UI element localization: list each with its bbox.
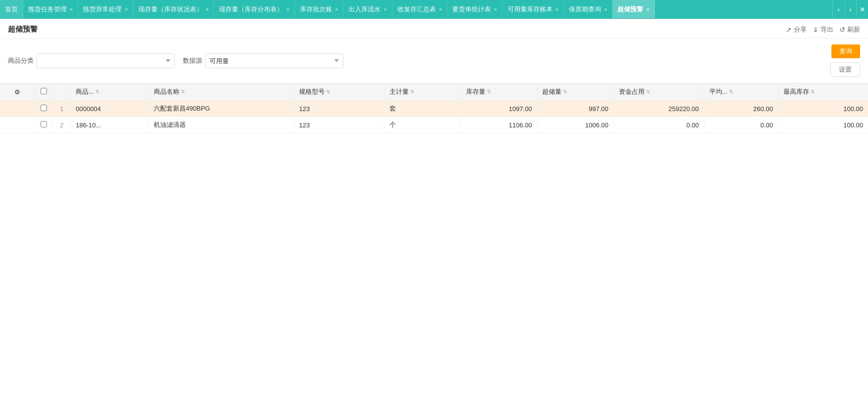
nav-tab-order-stat[interactable]: 要货单统计表 × [447, 0, 502, 19]
nav-arrow-right[interactable]: › [844, 0, 856, 19]
nav-tab-collect-close[interactable]: × [439, 6, 442, 12]
nav-tab-abnormal-label: 拣货异常处理 [83, 5, 122, 14]
nav-tab-home[interactable]: 首页 [0, 0, 23, 19]
nav-tab-abnormal-close[interactable]: × [125, 6, 128, 12]
nav-tab-order-stat-close[interactable]: × [494, 6, 497, 12]
sort-inventory-icon: ⇅ [487, 89, 491, 94]
row-checkbox[interactable] [41, 121, 47, 127]
nav-tab-avail-ledger[interactable]: 可用量库存账本 × [503, 0, 564, 19]
nav-tab-overstock[interactable]: 超储预警 × [612, 0, 654, 19]
select-all-checkbox[interactable] [41, 88, 47, 94]
gear-icon[interactable]: ⚙ [14, 88, 20, 96]
table-row: 1 0000004 六配套新昌490BPG 123 套 1097.00 997.… [0, 101, 868, 117]
sort-capital-icon: ⇅ [646, 89, 650, 94]
sort-capital[interactable]: 资金占用 ⇅ [619, 87, 650, 96]
share-button[interactable]: ➚ 分享 [786, 25, 807, 34]
col-unit-label: 主计量 [390, 87, 409, 96]
sort-product-code[interactable]: 商品... ⇅ [76, 87, 99, 96]
sort-spec[interactable]: 规格型号 ⇅ [299, 87, 330, 96]
row-avg: 0.00 [704, 117, 778, 133]
export-icon: ⇓ [813, 26, 819, 34]
nav-tab-inout-flow-label: 出入库流水 [348, 5, 381, 14]
nav-tab-inout-flow-close[interactable]: × [384, 6, 387, 12]
nav-tab-batch[interactable]: 库存批次账 × [295, 0, 344, 19]
page-header: 超储预警 ➚ 分享 ⇓ 导出 ↺ 刷新 [0, 19, 868, 39]
row-product-code: 0000004 [71, 101, 149, 117]
nav-tab-quality[interactable]: 保质期查询 × [564, 0, 612, 19]
sort-product-code-icon: ⇅ [95, 89, 99, 94]
nav-tab-task-mgmt-label: 拣货任务管理 [28, 5, 67, 14]
overstock-table: ⚙ 商品... ⇅ 商品名称 [0, 83, 868, 133]
col-num [53, 83, 71, 101]
row-overstock: 1006.00 [537, 117, 614, 133]
sort-spec-icon: ⇅ [326, 89, 330, 94]
nav-tab-inventory-dist[interactable]: 现存量（库存分布表） × [214, 0, 295, 19]
row-checkbox[interactable] [41, 105, 47, 111]
col-max-inventory: 最高库存 ⇅ [778, 83, 868, 101]
col-max-inventory-label: 最高库存 [783, 87, 809, 96]
nav-tab-inventory-dist-close[interactable]: × [286, 6, 289, 12]
nav-tab-inventory-status-label: 现存量（库存状况表） [138, 5, 203, 14]
col-avg-label: 平均... [709, 87, 728, 96]
nav-tab-task-mgmt-close[interactable]: × [70, 6, 73, 12]
refresh-button[interactable]: ↺ 刷新 [839, 25, 860, 34]
nav-tab-overstock-label: 超储预警 [617, 5, 643, 14]
nav-tab-inventory-status[interactable]: 现存量（库存状况表） × [133, 0, 214, 19]
nav-tab-collect-label: 收发存汇总表 [397, 5, 436, 14]
export-button[interactable]: ⇓ 导出 [813, 25, 833, 34]
nav-tab-inventory-status-close[interactable]: × [206, 6, 209, 12]
category-select[interactable] [37, 53, 175, 68]
row-spec: 123 [294, 101, 385, 117]
row-inventory: 1097.00 [461, 101, 537, 117]
nav-tab-batch-close[interactable]: × [335, 6, 338, 12]
settings-button[interactable]: 设置 [830, 62, 860, 77]
row-overstock: 997.00 [537, 101, 614, 117]
col-product-code: 商品... ⇅ [71, 83, 149, 101]
col-select-all [35, 83, 53, 101]
col-unit: 主计量 ⇅ [384, 83, 461, 101]
nav-tab-overstock-close[interactable]: × [646, 6, 649, 12]
nav-tab-task-mgmt[interactable]: 拣货任务管理 × [23, 0, 78, 19]
filter-bar: 商品分类 数据源 可用量 库存量 查询 设置 [0, 39, 868, 83]
row-product-code: 186-10... [71, 117, 149, 133]
sort-avg[interactable]: 平均... ⇅ [709, 87, 733, 96]
row-capital: 0.00 [613, 117, 704, 133]
nav-tab-collect[interactable]: 收发存汇总表 × [392, 0, 447, 19]
sort-unit[interactable]: 主计量 ⇅ [390, 87, 414, 96]
nav-tab-quality-close[interactable]: × [604, 6, 607, 12]
col-spec: 规格型号 ⇅ [294, 83, 385, 101]
header-row: ⚙ 商品... ⇅ 商品名称 [0, 83, 868, 101]
filter-category: 商品分类 [8, 53, 175, 68]
sort-inventory[interactable]: 库存量 ⇅ [466, 87, 491, 96]
page-title: 超储预警 [8, 25, 38, 34]
refresh-label: 刷新 [847, 25, 860, 34]
row-capital: 259220.00 [613, 101, 704, 117]
nav-tab-abnormal[interactable]: 拣货异常处理 × [78, 0, 133, 19]
nav-tab-inout-flow[interactable]: 出入库流水 × [344, 0, 392, 19]
datasource-select[interactable]: 可用量 库存量 [205, 53, 344, 68]
query-button[interactable]: 查询 [831, 44, 860, 58]
nav-tab-avail-ledger-close[interactable]: × [556, 6, 559, 12]
col-gear: ⚙ [0, 83, 35, 101]
col-inventory-label: 库存量 [466, 87, 485, 96]
nav-arrow-more[interactable]: ✕ [856, 0, 868, 19]
sort-product-name[interactable]: 商品名称 ⇅ [154, 87, 185, 96]
col-capital: 资金占用 ⇅ [613, 83, 704, 101]
filter-buttons: 查询 设置 [830, 44, 860, 77]
col-product-name: 商品名称 ⇅ [148, 83, 294, 101]
nav-tab-avail-ledger-label: 可用量库存账本 [508, 5, 553, 14]
row-unit: 个 [384, 117, 461, 133]
nav-tab-order-stat-label: 要货单统计表 [452, 5, 491, 14]
nav-tab-home-label: 首页 [5, 5, 18, 14]
category-select-wrapper [37, 53, 175, 68]
sort-max-inventory[interactable]: 最高库存 ⇅ [783, 87, 815, 96]
nav-arrow-left[interactable]: ‹ [832, 0, 844, 19]
row-product-name: 机油滤清器 [148, 117, 294, 133]
refresh-icon: ↺ [839, 26, 845, 34]
col-product-name-label: 商品名称 [154, 87, 179, 96]
col-spec-label: 规格型号 [299, 87, 325, 96]
sort-overstock[interactable]: 超储量 ⇅ [542, 87, 567, 96]
nav-arrows: ‹ › ✕ [832, 0, 868, 19]
row-inventory: 1106.00 [461, 117, 537, 133]
sort-product-name-icon: ⇅ [181, 89, 185, 94]
